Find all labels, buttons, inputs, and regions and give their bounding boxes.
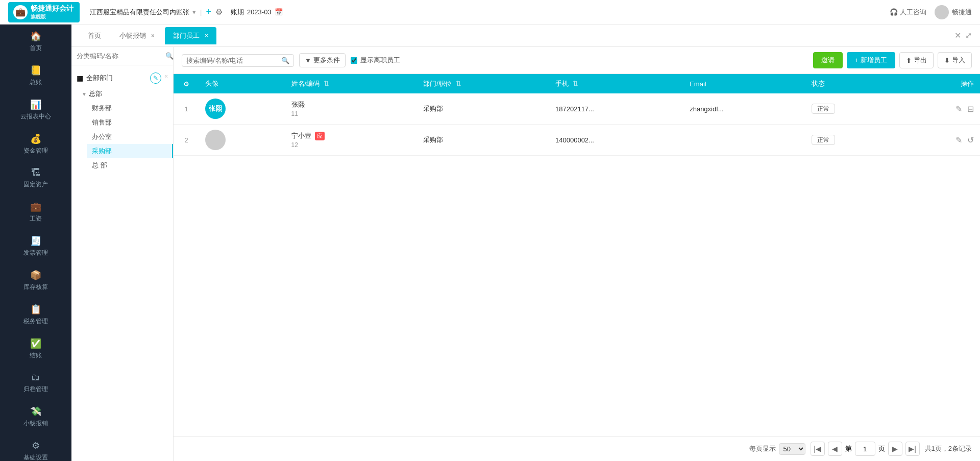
dept-item-purchase[interactable]: 采购部	[87, 144, 173, 158]
total-label: 共1页，2条记录	[925, 444, 972, 453]
sidebar-item-settle[interactable]: ✅ 结账	[0, 332, 71, 366]
col-email: Email	[683, 74, 805, 93]
col-name[interactable]: 姓名/编码 ⇅	[285, 74, 418, 93]
sidebar-item-expense[interactable]: 💸 小畅报销	[0, 400, 71, 434]
dept-item-sales[interactable]: 销售部	[87, 115, 173, 130]
sidebar-item-label: 税务管理	[23, 317, 48, 326]
dept-edit-button[interactable]: ✎	[150, 72, 161, 84]
tab-department-label: 部门员工	[173, 31, 200, 40]
tab-expense[interactable]: 小畅报销 ×	[111, 27, 163, 44]
sidebar-item-inventory[interactable]: 📦 库存核算	[0, 263, 71, 298]
dept-item-finance[interactable]: 财务部	[87, 101, 173, 115]
dept-search-icon[interactable]: 🔍	[165, 52, 174, 60]
company-selector[interactable]: 江西服宝精品有限责任公司内账张 ▾	[90, 8, 196, 17]
ledger-icon: 📒	[30, 65, 41, 76]
sidebar-item-label: 发票管理	[23, 249, 48, 257]
prev-page-button[interactable]: ◀	[828, 442, 842, 456]
archive-icon: 🗂	[31, 372, 40, 383]
assets-icon: 🏗	[31, 167, 40, 178]
logo-icon: 💼	[13, 5, 28, 19]
calendar-icon[interactable]: 📅	[275, 8, 283, 16]
tab-close-window-button[interactable]: ✕	[954, 31, 961, 40]
app-name: 畅捷通好会计	[31, 4, 74, 13]
delete-button[interactable]: ⊟	[967, 104, 974, 114]
dept-group-name: 总部	[89, 89, 102, 99]
page-number-input[interactable]	[855, 442, 875, 456]
add-employee-button[interactable]: + 新增员工	[847, 52, 895, 68]
show-resigned-checkbox[interactable]: 显示离职员工	[351, 56, 400, 65]
dept-item-label: 财务部	[92, 104, 112, 113]
period-selector[interactable]: 账期 2023-03 📅	[231, 8, 283, 17]
period-label: 账期	[231, 8, 244, 17]
badge-tag: 应	[315, 132, 325, 140]
user-name: 畅捷通	[952, 8, 972, 17]
sidebar-item-reports[interactable]: 📊 云报表中心	[0, 93, 71, 127]
sidebar-item-label: 总账	[30, 78, 42, 87]
col-phone[interactable]: 手机 ⇅	[549, 74, 683, 93]
sidebar-item-funds[interactable]: 💰 资金管理	[0, 127, 71, 161]
refresh-button[interactable]: ↺	[967, 135, 974, 145]
pagination: |◀ ◀ 第 页 ▶ ▶|	[811, 442, 920, 456]
employee-table: ⚙ 头像 姓名/编码 ⇅ 部门/职位 ⇅ 手机 ⇅ Email 状态 操作	[174, 74, 980, 156]
dept-grid-icon: ▦	[77, 74, 83, 82]
employee-name: 宁小壹 应	[291, 131, 411, 140]
sidebar-item-ledger[interactable]: 📒 总账	[0, 59, 71, 93]
row-num: 2	[174, 125, 199, 156]
tab-expand-button[interactable]: ⤢	[965, 31, 972, 40]
tab-home[interactable]: 首页	[80, 27, 109, 44]
toolbar: 🔍 ▼ 更多条件 显示离职员工 邀请 + 新增员工 ⬆	[174, 47, 980, 74]
company-name: 江西服宝精品有限责任公司内账张	[90, 8, 189, 17]
sidebar-item-basic[interactable]: ⚙ 基础设置	[0, 434, 71, 461]
tab-home-label: 首页	[88, 31, 101, 40]
tab-department-close-icon[interactable]: ×	[205, 32, 208, 39]
page-size-selector: 每页显示 10 20 50 100	[749, 443, 805, 455]
import-button[interactable]: ⬇ 导入	[938, 52, 972, 68]
company-dropdown-icon[interactable]: ▾	[192, 8, 196, 16]
col-dept[interactable]: 部门/职位 ⇅	[417, 74, 549, 93]
salary-icon: 💼	[30, 201, 41, 212]
col-avatar: 头像	[199, 74, 285, 93]
add-company-icon[interactable]: +	[206, 7, 211, 17]
sidebar-item-salary[interactable]: 💼 工资	[0, 195, 71, 229]
dept-item-hq[interactable]: 总 部	[87, 158, 173, 173]
dept-panel: 🔍 ▦ 全部部门 ✎ «	[71, 47, 174, 461]
dept-sub-list: 财务部 销售部 办公室 采购部	[77, 101, 173, 173]
dept-all-header[interactable]: ▦ 全部部门 ✎ «	[71, 69, 173, 87]
service-button[interactable]: 🎧 人工咨询	[890, 8, 926, 17]
tab-department[interactable]: 部门员工 ×	[165, 27, 216, 44]
next-page-button[interactable]: ▶	[888, 442, 902, 456]
edit-button[interactable]: ✎	[955, 135, 962, 145]
dept-item-office[interactable]: 办公室	[87, 130, 173, 144]
sidebar-item-label: 小畅报销	[23, 419, 48, 428]
user-menu[interactable]: 畅捷通	[935, 5, 972, 19]
first-page-button[interactable]: |◀	[811, 442, 825, 456]
row-email	[683, 125, 805, 156]
sidebar-item-invoice[interactable]: 🧾 发票管理	[0, 229, 71, 263]
app-logo: 💼 畅捷通好会计 旗舰版	[8, 2, 80, 22]
edit-button[interactable]: ✎	[955, 104, 962, 114]
dept-search-input[interactable]	[77, 52, 162, 60]
show-resigned-input[interactable]	[351, 57, 357, 64]
reports-icon: 📊	[30, 99, 41, 110]
sidebar-item-label: 工资	[30, 214, 42, 223]
dept-collapse-icon[interactable]: «	[164, 72, 168, 84]
tax-icon: 📋	[30, 304, 41, 315]
col-settings[interactable]: ⚙	[174, 74, 199, 93]
funds-icon: 💰	[30, 133, 41, 144]
filter-button[interactable]: ▼ 更多条件	[299, 53, 346, 67]
invite-button[interactable]: 邀请	[813, 52, 843, 68]
sidebar-item-tax[interactable]: 📋 税务管理	[0, 298, 71, 332]
sidebar-item-archive[interactable]: 🗂 归档管理	[0, 366, 71, 400]
search-input[interactable]	[186, 57, 278, 64]
dept-tree: ▦ 全部部门 ✎ « ▼ 总部	[71, 65, 173, 461]
sidebar-item-assets[interactable]: 🏗 固定资产	[0, 161, 71, 195]
settings-icon[interactable]: ⚙	[215, 7, 223, 17]
search-icon[interactable]: 🔍	[281, 57, 289, 64]
tab-expense-close-icon[interactable]: ×	[151, 32, 155, 39]
sidebar-item-home[interactable]: 🏠 首页	[0, 25, 71, 59]
page-size-select[interactable]: 10 20 50 100	[779, 443, 805, 455]
topbar-right: 🎧 人工咨询 畅捷通	[890, 5, 972, 19]
dept-group-label-headquarters[interactable]: ▼ 总部	[77, 87, 173, 101]
last-page-button[interactable]: ▶|	[905, 442, 920, 456]
export-button[interactable]: ⬆ 导出	[899, 52, 934, 68]
